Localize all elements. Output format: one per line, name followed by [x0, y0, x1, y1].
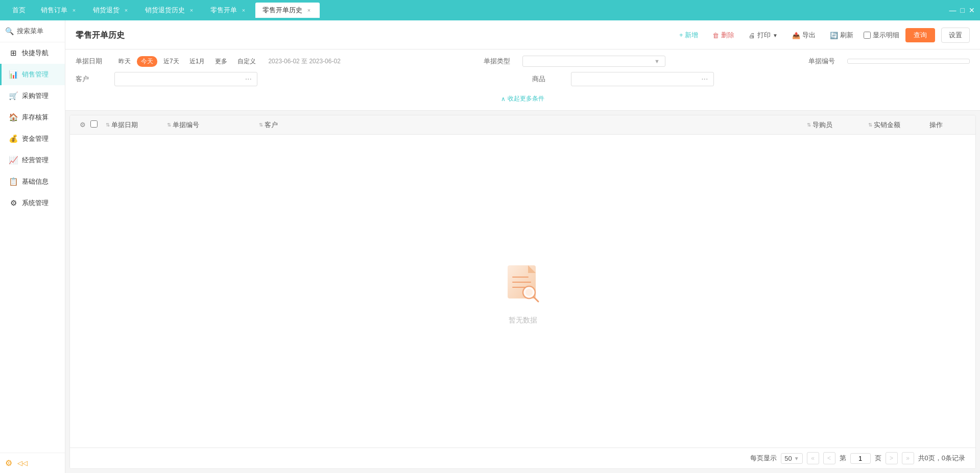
tab-retail-history-close[interactable]: × — [305, 7, 313, 14]
print-icon: 🖨 — [749, 32, 755, 39]
date-label: 单据日期 — [76, 57, 106, 66]
refresh-button[interactable]: 🔄 刷新 — [826, 29, 857, 42]
last-page-button[interactable]: » — [902, 452, 914, 464]
add-button[interactable]: + 新增 — [675, 29, 702, 42]
tab-retail-open-close[interactable]: × — [240, 7, 247, 14]
customer-label: 客户 — [76, 74, 106, 84]
tab-home[interactable]: 首页 — [5, 3, 33, 18]
th-date[interactable]: ⇅ 单据日期 — [106, 120, 167, 130]
window-controls: — □ ✕ — [949, 6, 975, 14]
sidebar: 🔍 搜索菜单 ⊞ 快捷导航 📊 销售管理 🛒 采购管理 🏠 库存核算 💰 — [0, 20, 65, 473]
per-page-label: 每页显示 — [750, 454, 777, 463]
page-input[interactable] — [850, 453, 871, 464]
type-select[interactable]: ▼ — [522, 56, 665, 67]
sidebar-search[interactable]: 🔍 搜索菜单 — [0, 20, 65, 42]
date-range: 2023-06-02 至 2023-06-02 — [268, 57, 340, 66]
sidebar-item-quicknav[interactable]: ⊞ 快捷导航 — [0, 42, 65, 64]
sidebar-item-purchase[interactable]: 🛒 采购管理 — [0, 85, 65, 107]
table-settings-icon[interactable]: ⚙ — [75, 121, 90, 129]
date-btn-more[interactable]: 更多 — [211, 56, 231, 67]
export-button[interactable]: 📤 导出 — [788, 29, 820, 42]
tab-sales-return-history-label: 销货退货历史 — [145, 6, 185, 15]
th-op: 操作 — [929, 120, 970, 130]
tab-home-label: 首页 — [12, 6, 26, 15]
svg-line-7 — [534, 297, 538, 302]
sidebar-item-system[interactable]: ⚙ 系统管理 — [0, 192, 65, 214]
goods-dots-icon[interactable]: ··· — [701, 74, 708, 84]
display-detail-check[interactable] — [864, 32, 871, 39]
select-all-checkbox[interactable] — [90, 120, 98, 128]
settings-button[interactable]: 设置 — [941, 28, 970, 43]
sidebar-item-baseinfo[interactable]: 📋 基础信息 — [0, 171, 65, 192]
sidebar-item-sales[interactable]: 📊 销售管理 — [0, 64, 65, 85]
next-page-button[interactable]: > — [886, 452, 898, 464]
tab-sales-return[interactable]: 销货退货 × — [86, 3, 137, 18]
query-button[interactable]: 查询 — [905, 28, 935, 42]
tab-retail-open[interactable]: 零售开单 × — [203, 3, 254, 18]
collapse-bar[interactable]: ∧ 收起更多条件 — [76, 91, 970, 104]
no-input[interactable] — [847, 59, 970, 64]
per-page-value: 50 — [784, 455, 792, 462]
date-btn-1month[interactable]: 近1月 — [185, 56, 209, 67]
nav-tabs: 首页 销售订单 × 销货退货 × 销货退货历史 × 零售开单 × 零售开单历史 … — [5, 3, 949, 18]
top-nav: 首页 销售订单 × 销货退货 × 销货退货历史 × 零售开单 × 零售开单历史 … — [0, 0, 980, 20]
prev-page-button[interactable]: < — [823, 452, 835, 464]
sidebar-item-sales-label: 销售管理 — [22, 70, 49, 79]
operations-icon: 📈 — [9, 156, 18, 165]
display-detail-checkbox[interactable]: 显示明细 — [864, 31, 899, 40]
sidebar-item-purchase-label: 采购管理 — [22, 91, 49, 101]
tab-retail-history-label: 零售开单历史 — [262, 6, 302, 15]
maximize-icon[interactable]: □ — [961, 6, 965, 14]
date-btn-today[interactable]: 今天 — [137, 56, 157, 67]
filter-row-1: 单据日期 昨天 今天 近7天 近1月 更多 自定义 2023-06-02 至 2… — [76, 56, 970, 67]
per-page-select[interactable]: 50 ▼ — [781, 453, 802, 464]
th-guide[interactable]: ⇅ 导购员 — [807, 120, 868, 130]
sidebar-item-inventory[interactable]: 🏠 库存核算 — [0, 107, 65, 128]
svg-point-6 — [525, 289, 533, 296]
table-header: ⚙ ⇅ 单据日期 ⇅ 单据编号 ⇅ 客户 ⇅ 导购员 — [70, 115, 975, 135]
tab-sales-return-history-close[interactable]: × — [188, 7, 195, 14]
tab-retail-history[interactable]: 零售开单历史 × — [255, 3, 320, 18]
first-page-button[interactable]: « — [807, 452, 819, 464]
page-label: 第 — [840, 454, 846, 463]
print-button[interactable]: 🖨 打印 ▼ — [745, 29, 782, 42]
sidebar-item-finance[interactable]: 💰 资金管理 — [0, 128, 65, 150]
sidebar-item-operations[interactable]: 📈 经营管理 — [0, 150, 65, 171]
empty-text: 暂无数据 — [509, 316, 537, 325]
empty-state: 暂无数据 — [497, 258, 548, 325]
collapse-sidebar-icon[interactable]: ◁◁ — [17, 459, 28, 467]
goods-input[interactable]: ··· — [571, 72, 714, 86]
minimize-icon[interactable]: — — [949, 6, 957, 14]
filter-row-2: 客户 ··· 商品 ··· — [76, 72, 970, 86]
filter-area: 单据日期 昨天 今天 近7天 近1月 更多 自定义 2023-06-02 至 2… — [65, 49, 980, 111]
th-customer[interactable]: ⇅ 客户 — [259, 120, 807, 130]
toolbar: + 新增 🗑 删除 🖨 打印 ▼ 📤 导出 🔄 刷新 — [675, 28, 970, 43]
customer-dots-icon[interactable]: ··· — [245, 74, 252, 84]
sidebar-item-inventory-label: 库存核算 — [22, 113, 49, 122]
th-amount[interactable]: ⇅ 实销金额 — [868, 120, 929, 130]
delete-button[interactable]: 🗑 删除 — [708, 29, 738, 42]
search-icon: 🔍 — [5, 27, 14, 35]
tab-sales-return-close[interactable]: × — [123, 7, 130, 14]
tab-sales-order-close[interactable]: × — [70, 7, 78, 14]
tab-retail-open-label: 零售开单 — [210, 6, 237, 15]
per-page-arrow-icon: ▼ — [794, 456, 799, 461]
refresh-icon: 🔄 — [830, 32, 838, 39]
date-btn-7days[interactable]: 近7天 — [159, 56, 183, 67]
sidebar-item-quicknav-label: 快捷导航 — [22, 48, 49, 58]
date-btn-yesterday[interactable]: 昨天 — [114, 56, 135, 67]
tab-sales-order[interactable]: 销售订单 × — [34, 3, 85, 18]
sort-icon-date: ⇅ — [106, 122, 110, 128]
customer-input[interactable]: ··· — [114, 72, 257, 86]
delete-icon: 🗑 — [712, 32, 719, 39]
tab-sales-order-label: 销售订单 — [41, 6, 67, 15]
tab-sales-return-history[interactable]: 销货退货历史 × — [138, 3, 202, 18]
window-close-icon[interactable]: ✕ — [969, 6, 975, 14]
th-no[interactable]: ⇅ 单据编号 — [167, 120, 259, 130]
goods-label: 商品 — [532, 74, 563, 84]
settings-bottom-icon[interactable]: ⚙ — [5, 458, 12, 468]
date-btns: 昨天 今天 近7天 近1月 更多 自定义 — [114, 56, 260, 67]
sidebar-item-baseinfo-label: 基础信息 — [22, 177, 49, 186]
date-btn-custom[interactable]: 自定义 — [233, 56, 260, 67]
collapse-label: 收起更多条件 — [508, 94, 544, 103]
